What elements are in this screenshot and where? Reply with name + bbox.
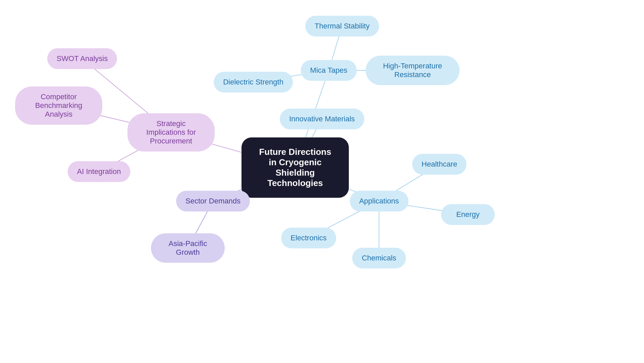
node-swotAnalysis[interactable]: SWOT Analysis [47, 48, 117, 69]
node-healthcare[interactable]: Healthcare [412, 154, 467, 175]
node-micaTapes[interactable]: Mica Tapes [301, 60, 357, 81]
node-innovativeMaterials[interactable]: Innovative Materials [280, 109, 364, 129]
node-competitorBenchmarking[interactable]: Competitor Benchmarking Analysis [15, 86, 102, 125]
mind-map-container: Future Directions in Cryogenic Shielding… [0, 0, 644, 363]
node-energy[interactable]: Energy [441, 204, 495, 225]
node-aiIntegration[interactable]: AI Integration [68, 161, 130, 182]
node-asiaPacificGrowth[interactable]: Asia-Pacific Growth [151, 233, 225, 263]
node-thermalStability[interactable]: Thermal Stability [305, 16, 379, 37]
node-strategicImplications[interactable]: Strategic Implications for Procurement [127, 113, 215, 152]
node-center[interactable]: Future Directions in Cryogenic Shielding… [241, 137, 349, 198]
node-applications[interactable]: Applications [350, 191, 409, 211]
node-electronics[interactable]: Electronics [281, 228, 336, 248]
node-dielectricStrength[interactable]: Dielectric Strength [214, 72, 293, 93]
node-chemicals[interactable]: Chemicals [352, 248, 406, 268]
node-sectorDemands[interactable]: Sector Demands [176, 191, 250, 211]
node-highTempResistance[interactable]: High-Temperature Resistance [366, 56, 460, 85]
